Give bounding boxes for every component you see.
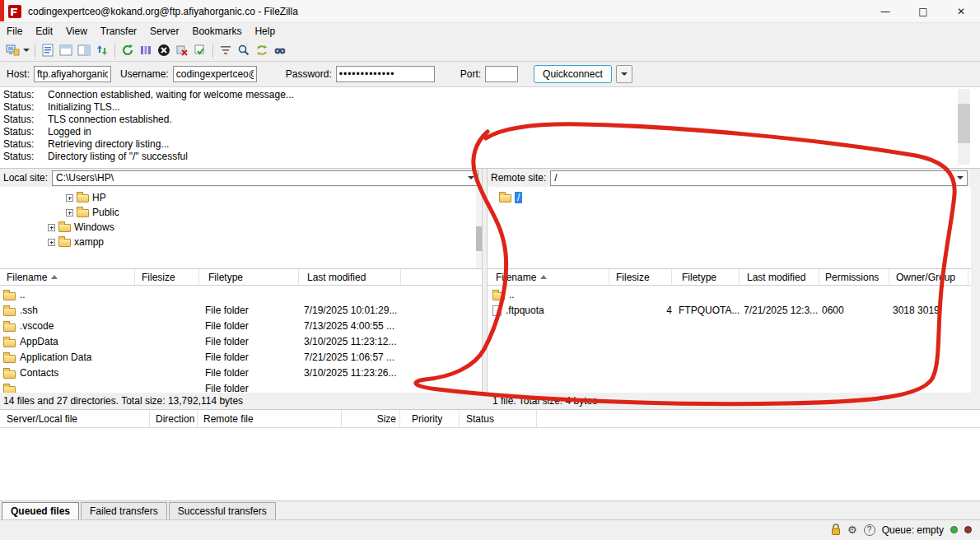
log-scrollbar[interactable] xyxy=(958,89,970,165)
file-row[interactable]: .ftpquota 4 FTPQUOTA... 7/21/2025 12:3..… xyxy=(488,303,971,319)
password-label: Password: xyxy=(286,68,332,80)
column-header-lastmodified[interactable]: Last modified xyxy=(744,269,819,285)
quickconnect-dropdown-icon[interactable] xyxy=(616,65,632,83)
tree-item-public[interactable]: Public xyxy=(0,205,482,220)
remote-site-combo[interactable]: / xyxy=(550,170,968,186)
menu-transfer[interactable]: Transfer xyxy=(94,24,143,39)
toggle-remote-tree-icon[interactable] xyxy=(75,41,93,59)
tab-successful-transfers[interactable]: Successful transfers xyxy=(169,502,276,519)
column-header-filetype[interactable]: Filetype xyxy=(679,269,740,285)
process-queue-icon[interactable] xyxy=(137,41,155,59)
folder-icon xyxy=(3,386,16,393)
log-message: Logged in xyxy=(48,126,91,138)
menu-view[interactable]: View xyxy=(59,24,94,39)
expand-icon[interactable] xyxy=(66,209,73,216)
refresh-icon[interactable] xyxy=(119,41,137,59)
toggle-local-tree-icon[interactable] xyxy=(57,41,75,59)
find-files-icon[interactable] xyxy=(271,41,289,59)
file-row[interactable]: .. xyxy=(0,287,482,303)
column-header-permissions[interactable]: Permissions xyxy=(822,269,889,285)
local-tree: HP Public Windows xampp xyxy=(0,187,482,269)
file-row[interactable]: File folder xyxy=(0,381,482,393)
folder-icon xyxy=(3,292,16,300)
minimize-button[interactable]: — xyxy=(866,0,904,22)
log-message: TLS connection established. xyxy=(48,114,172,126)
status-label: Status: xyxy=(0,151,48,163)
expand-icon[interactable] xyxy=(66,194,73,202)
tls-lock-icon[interactable] xyxy=(831,524,841,536)
file-row[interactable]: AppData File folder 3/10/2025 11:23:12..… xyxy=(0,334,482,350)
file-row[interactable]: Contacts File folder 3/10/2025 11:23:26.… xyxy=(0,365,482,381)
expand-icon[interactable] xyxy=(48,239,55,246)
tree-item-windows[interactable]: Windows xyxy=(0,220,482,235)
site-manager-dropdown-icon[interactable] xyxy=(21,41,31,59)
directory-status-bars: 14 files and 27 directories. Total size:… xyxy=(0,393,980,410)
username-input[interactable] xyxy=(173,66,257,82)
close-button[interactable]: ✕ xyxy=(942,0,980,22)
local-tree-scrollbar-thumb[interactable] xyxy=(476,226,482,251)
log-scrollbar-thumb[interactable] xyxy=(958,104,970,143)
remote-pane: Remote site: / / Filename Filesize Filet… xyxy=(488,169,971,393)
column-header-filesize[interactable]: Filesize xyxy=(613,269,672,285)
column-header-lastmodified[interactable]: Last modified xyxy=(304,269,401,285)
expand-icon[interactable] xyxy=(48,224,55,231)
column-header-status[interactable]: Status xyxy=(463,410,537,427)
log-message: Connection established, waiting for welc… xyxy=(48,89,294,101)
password-input[interactable] xyxy=(336,66,435,82)
remote-tree: / xyxy=(488,187,971,269)
column-header-priority[interactable]: Priority xyxy=(408,410,460,427)
menu-help[interactable]: Help xyxy=(248,24,282,39)
sync-browsing-icon[interactable] xyxy=(253,41,271,59)
directory-compare-icon[interactable] xyxy=(235,41,253,59)
column-header-size[interactable]: Size xyxy=(344,410,400,427)
toggle-queue-icon[interactable] xyxy=(93,41,111,59)
menu-bookmarks[interactable]: Bookmarks xyxy=(185,24,248,39)
column-header-filetype[interactable]: Filetype xyxy=(205,269,299,285)
status-label: Status: xyxy=(0,114,48,126)
file-row[interactable]: .. xyxy=(488,287,971,303)
site-manager-icon[interactable] xyxy=(3,41,21,59)
column-header-server-local-file[interactable]: Server/Local file xyxy=(3,410,150,427)
column-header-remote-file[interactable]: Remote file xyxy=(200,410,342,427)
tree-item-label: HP xyxy=(92,192,106,203)
column-header-filename[interactable]: Filename xyxy=(492,269,609,285)
local-site-path: C:\Users\HP\ xyxy=(56,172,114,184)
settings-gear-icon[interactable]: ⚙ xyxy=(847,524,857,535)
file-row[interactable]: Application Data File folder 7/21/2025 1… xyxy=(0,350,482,365)
maximize-button[interactable]: □ xyxy=(904,0,942,22)
menu-edit[interactable]: Edit xyxy=(29,24,59,39)
tree-item-hp[interactable]: HP xyxy=(0,190,482,205)
local-site-label: Local site: xyxy=(3,172,48,184)
local-site-combo[interactable]: C:\Users\HP\ xyxy=(52,170,478,186)
disconnect-icon[interactable] xyxy=(173,41,191,59)
remote-site-bar: Remote site: / xyxy=(488,169,971,187)
tab-queued-files[interactable]: Queued files xyxy=(2,502,79,519)
menu-server[interactable]: Server xyxy=(143,24,185,39)
tree-item-xampp[interactable]: xampp xyxy=(0,235,482,249)
status-label: Status: xyxy=(0,89,48,101)
column-header-direction[interactable]: Direction xyxy=(152,410,198,427)
led-red-icon xyxy=(964,526,972,533)
host-input[interactable] xyxy=(34,66,111,82)
reconnect-icon[interactable] xyxy=(191,41,209,59)
tab-failed-transfers[interactable]: Failed transfers xyxy=(81,502,167,519)
column-header-filesize[interactable]: Filesize xyxy=(138,269,199,285)
column-header-filename[interactable]: Filename xyxy=(3,269,135,285)
toggle-log-icon[interactable] xyxy=(39,41,57,59)
status-label: Status: xyxy=(0,101,48,114)
help-icon[interactable]: ? xyxy=(864,524,875,536)
file-row[interactable]: .vscode File folder 7/13/2025 4:00:55 ..… xyxy=(0,319,482,334)
column-header-ownergroup[interactable]: Owner/Group xyxy=(893,269,968,285)
file-row[interactable]: .ssh File folder 7/19/2025 10:01:29... xyxy=(0,303,482,319)
tree-item-root[interactable]: / xyxy=(488,190,971,205)
port-input[interactable] xyxy=(485,66,518,82)
remote-site-path: / xyxy=(554,172,557,184)
filter-icon[interactable] xyxy=(217,41,235,59)
panel-splitter[interactable] xyxy=(482,169,488,393)
menu-file[interactable]: File xyxy=(0,24,29,39)
right-gutter xyxy=(971,169,980,393)
local-tree-scrollbar[interactable] xyxy=(476,187,482,268)
cancel-icon[interactable] xyxy=(155,41,173,59)
led-green-icon xyxy=(950,526,958,533)
quickconnect-button[interactable]: Quickconnect xyxy=(534,65,612,83)
